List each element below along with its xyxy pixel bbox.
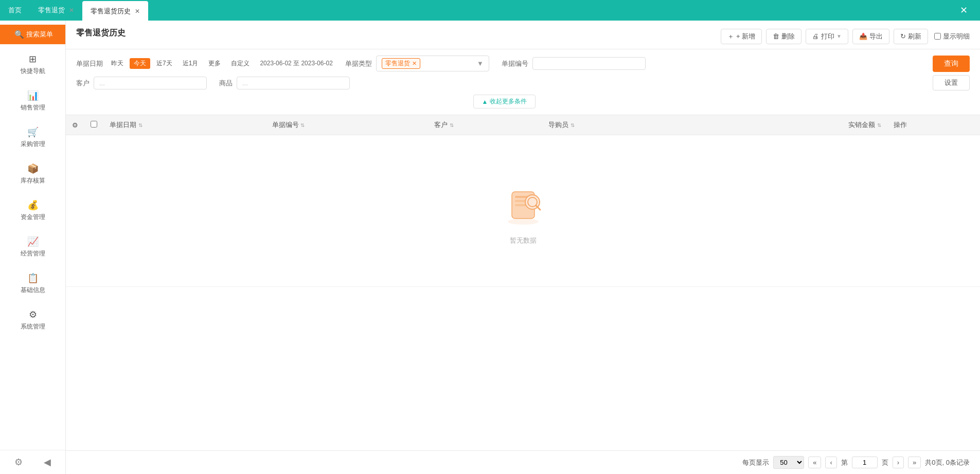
th-amount[interactable]: 实销金额 ⇅: [725, 115, 887, 135]
collapse-label: 收起更多条件: [490, 97, 527, 106]
pagination: 每页显示 10 20 50 100 « ‹ 第 页 › » 共0页, 0条记录: [66, 450, 980, 474]
th-guide[interactable]: 导购员 ⇅: [542, 115, 681, 135]
show-detail-label: 显示明细: [934, 32, 970, 41]
collapse-btn[interactable]: ▲ 收起更多条件: [473, 95, 536, 108]
date-options: 昨天 今天 近7天 近1月 更多 自定义: [107, 58, 254, 69]
filter-date: 单据日期 昨天 今天 近7天 近1月 更多 自定义 2023-06-02 至 2…: [76, 58, 333, 69]
print-dropdown-icon: ▼: [836, 33, 842, 39]
collapse-icon: ▲: [482, 98, 488, 105]
search-label: 搜索菜单: [26, 30, 53, 39]
print-button[interactable]: 🖨 打印 ▼: [806, 29, 848, 44]
filter-goods: 商品: [219, 77, 350, 89]
tab-retail-return-history-close[interactable]: ✕: [135, 8, 140, 15]
doc-type-remove-btn[interactable]: ✕: [412, 60, 417, 67]
last-page-btn[interactable]: »: [908, 457, 921, 468]
query-button[interactable]: 查询: [933, 56, 970, 72]
per-page-label: 每页显示: [742, 458, 769, 467]
sidebar-item-label: 基础信息: [21, 286, 45, 295]
export-icon: 📤: [859, 32, 867, 40]
layout: 🔍 搜索菜单 ⊞ 快捷导航 📊 销售管理 🛒 采购管理 📦 库存核算 💰 资金管…: [0, 21, 980, 474]
th-spacer: [681, 115, 725, 135]
print-icon: 🖨: [812, 32, 819, 40]
sidebar-toggle-btn[interactable]: ◀: [44, 457, 51, 468]
date-opt-today[interactable]: 今天: [130, 58, 150, 69]
total-info: 共0页, 0条记录: [925, 458, 970, 467]
quick-nav-icon: ⊞: [29, 53, 37, 65]
filter-area: 单据日期 昨天 今天 近7天 近1月 更多 自定义 2023-06-02 至 2…: [66, 49, 980, 115]
add-icon: ＋: [727, 32, 734, 41]
tab-retail-return-close[interactable]: ✕: [69, 7, 74, 14]
page-input[interactable]: [852, 457, 878, 468]
data-table: ⚙ 单据日期 ⇅ 单据编号 ⇅ 客户 ⇅: [66, 115, 980, 287]
sort-icon: ⇅: [571, 122, 575, 128]
doc-type-label: 单据类型: [345, 59, 372, 68]
sidebar-item-operation[interactable]: 📈 经营管理: [0, 229, 65, 265]
window-close-btn[interactable]: ✕: [956, 5, 972, 16]
sidebar-item-system[interactable]: ⚙ 系统管理: [0, 302, 65, 338]
date-opt-custom[interactable]: 自定义: [227, 58, 254, 69]
sidebar-item-purchase[interactable]: 🛒 采购管理: [0, 119, 65, 156]
sidebar-item-inventory[interactable]: 📦 库存核算: [0, 156, 65, 192]
sidebar-item-finance[interactable]: 💰 资金管理: [0, 192, 65, 229]
add-label: + 新增: [736, 32, 755, 41]
customer-input[interactable]: [94, 77, 207, 89]
tab-retail-return-history[interactable]: 零售退货历史 ✕: [82, 1, 148, 22]
customer-label: 客户: [76, 79, 90, 88]
sidebar-item-label: 快捷导航: [21, 67, 45, 76]
refresh-label: 刷新: [908, 32, 921, 41]
search-box[interactable]: 🔍 搜索菜单: [0, 25, 65, 44]
date-opt-7days[interactable]: 近7天: [152, 58, 176, 69]
export-label: 导出: [869, 32, 883, 41]
sidebar-item-sales[interactable]: 📊 销售管理: [0, 83, 65, 119]
system-icon: ⚙: [29, 309, 37, 320]
tab-retail-return[interactable]: 零售退货 ✕: [30, 0, 82, 21]
refresh-button[interactable]: ↻ 刷新: [894, 29, 928, 44]
prev-page-btn[interactable]: ‹: [825, 457, 836, 468]
purchase-icon: 🛒: [27, 126, 39, 138]
date-opt-1month[interactable]: 近1月: [179, 58, 203, 69]
sidebar-item-quick-nav[interactable]: ⊞ 快捷导航: [0, 46, 65, 83]
delete-label: 删除: [781, 32, 795, 41]
sidebar-settings-btn[interactable]: ⚙: [14, 457, 23, 468]
page-unit: 页: [882, 458, 888, 467]
doc-number-input[interactable]: [532, 57, 646, 70]
tab-home-label: 首页: [8, 6, 22, 15]
next-page-btn[interactable]: ›: [893, 457, 904, 468]
first-page-btn[interactable]: «: [808, 457, 821, 468]
svg-point-0: [508, 218, 539, 225]
th-doc-date[interactable]: 单据日期 ⇅: [103, 115, 266, 135]
table-header-row: ⚙ 单据日期 ⇅ 单据编号 ⇅ 客户 ⇅: [66, 115, 980, 135]
basic-icon: 📋: [27, 272, 39, 284]
th-checkbox[interactable]: [84, 115, 103, 135]
th-doc-number[interactable]: 单据编号 ⇅: [266, 115, 429, 135]
table-area: ⚙ 单据日期 ⇅ 单据编号 ⇅ 客户 ⇅: [66, 115, 980, 450]
sidebar-item-basic[interactable]: 📋 基础信息: [0, 265, 65, 302]
operation-icon: 📈: [27, 236, 39, 247]
doc-number-label: 单据编号: [502, 59, 528, 68]
action-buttons: 查询 设置: [933, 56, 970, 90]
sidebar-item-label: 系统管理: [21, 322, 45, 331]
delete-button[interactable]: 🗑 删除: [766, 29, 801, 44]
add-button[interactable]: ＋ + 新增: [721, 29, 762, 44]
date-opt-more[interactable]: 更多: [204, 58, 225, 69]
th-settings[interactable]: ⚙: [66, 115, 84, 135]
select-all-checkbox[interactable]: [91, 121, 97, 127]
goods-input[interactable]: [237, 77, 350, 89]
empty-icon: [497, 176, 549, 228]
show-detail-checkbox[interactable]: [934, 33, 941, 40]
th-customer[interactable]: 客户 ⇅: [428, 115, 542, 135]
export-button[interactable]: 📤 导出: [852, 29, 889, 44]
date-range: 2023-06-02 至 2023-06-02: [260, 59, 332, 68]
tab-home[interactable]: 首页: [0, 0, 30, 21]
search-icon: 🔍: [14, 30, 24, 39]
filter-doc-number: 单据编号: [502, 57, 646, 70]
doc-type-select[interactable]: 零售退货 ✕ ▼: [376, 56, 489, 71]
per-page-select[interactable]: 10 20 50 100: [773, 456, 804, 469]
sidebar-item-label: 经营管理: [21, 249, 45, 258]
date-opt-yesterday[interactable]: 昨天: [107, 58, 128, 69]
show-detail-text: 显示明细: [943, 32, 970, 41]
th-guide-label: 导购员: [548, 121, 568, 129]
setup-button[interactable]: 设置: [933, 75, 970, 90]
doc-type-value: 零售退货: [385, 59, 410, 68]
delete-icon: 🗑: [773, 32, 779, 40]
